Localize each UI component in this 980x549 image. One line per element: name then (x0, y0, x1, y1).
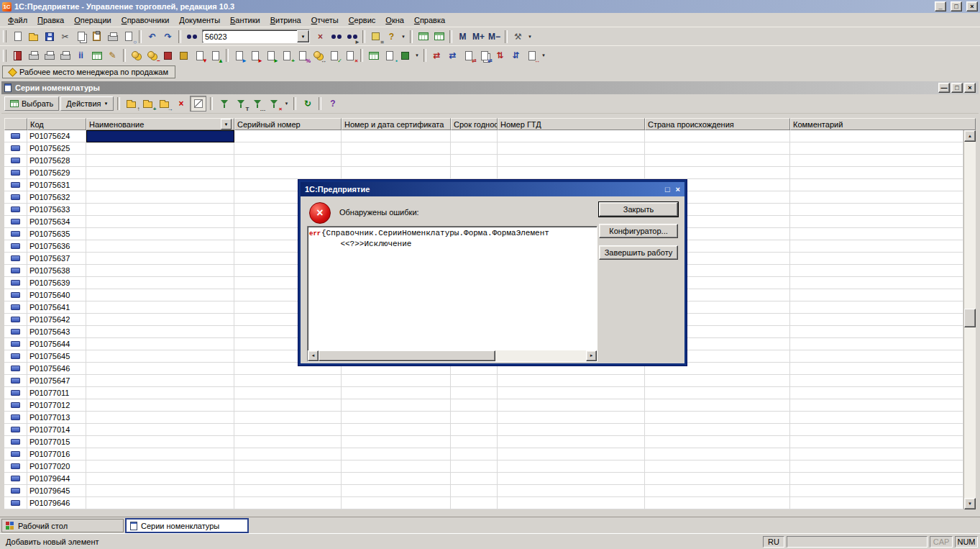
table-cell[interactable] (451, 399, 498, 412)
row-marker-cell[interactable] (4, 350, 27, 363)
table-cell[interactable] (86, 473, 234, 485)
memory-add-button[interactable]: M+ (471, 30, 486, 44)
table-cell[interactable] (86, 167, 234, 179)
dropdown-arrow-icon[interactable]: ▼ (540, 48, 547, 63)
table-cell[interactable] (451, 460, 498, 473)
table-cell[interactable] (790, 240, 963, 253)
column-header-5[interactable]: Номер ГТД (498, 118, 645, 130)
table-cell[interactable] (234, 448, 342, 460)
menu-item-8[interactable]: Сервис (344, 14, 381, 26)
child-close-button[interactable]: × (964, 83, 976, 93)
table-cell[interactable] (451, 424, 498, 436)
table-cell[interactable] (234, 497, 342, 509)
paste-icon[interactable] (89, 30, 104, 44)
print-form-2-icon[interactable] (42, 48, 57, 63)
table-cell[interactable] (790, 460, 963, 473)
exchange-send-icon[interactable]: ⇄ (429, 48, 444, 63)
dialog-close-icon[interactable]: × (676, 186, 680, 194)
table-cell[interactable] (645, 142, 790, 155)
table-cell[interactable] (790, 191, 963, 204)
table-cell[interactable] (86, 375, 234, 387)
table-cell[interactable] (790, 363, 963, 375)
table-row[interactable]: P01077011 (4, 387, 963, 399)
doc-exchange-icon[interactable]: ↔ (524, 48, 539, 63)
row-marker-cell[interactable] (4, 253, 27, 265)
dialog-titlebar[interactable]: 1С:Предприятие □ × (301, 182, 684, 196)
table-cell[interactable] (790, 399, 963, 412)
doc-check-icon[interactable]: ✓ (326, 48, 342, 63)
row-marker-cell[interactable] (4, 142, 27, 155)
doc-up-green-icon[interactable]: ▲ (208, 48, 223, 63)
window-titlebar[interactable]: 1С 1С:Предприятие - Управление торговлей… (0, 0, 980, 13)
table-document-icon[interactable] (416, 30, 431, 44)
exchange-log-icon[interactable]: ⇄ (477, 48, 492, 63)
table-cell[interactable] (86, 191, 234, 204)
table-cell[interactable] (790, 326, 963, 338)
undo-icon[interactable]: ↶ (145, 30, 160, 44)
table-cell[interactable] (790, 314, 963, 326)
move-to-group-icon[interactable]: → (157, 96, 172, 111)
table-cell[interactable] (342, 375, 451, 387)
column-header-6[interactable]: Страна происхождения (645, 118, 790, 130)
table-row[interactable]: P01077016 (4, 448, 963, 460)
table-cell[interactable] (645, 473, 790, 485)
menu-item-3[interactable]: Справочники (116, 14, 175, 26)
table-cell[interactable]: P01075643 (27, 326, 86, 338)
row-marker-cell[interactable] (4, 167, 27, 179)
table-cell[interactable] (451, 497, 498, 509)
table-row[interactable]: P01077012 (4, 399, 963, 412)
column-header-2[interactable]: Серийный номер (234, 118, 342, 130)
table-cell[interactable] (790, 204, 963, 216)
refresh-icon[interactable]: ↻ (300, 96, 315, 111)
table-cell[interactable] (342, 485, 451, 497)
row-marker-cell[interactable] (4, 497, 27, 509)
column-header-1[interactable]: Наименование▼ (86, 118, 234, 130)
row-marker-cell[interactable] (4, 424, 27, 436)
table-cell[interactable] (498, 497, 645, 509)
row-marker-cell[interactable] (4, 155, 27, 167)
dropdown-arrow-icon[interactable]: ▼ (400, 30, 407, 44)
menu-item-6[interactable]: Витрина (265, 14, 306, 26)
table-cell[interactable] (234, 485, 342, 497)
table-cell[interactable] (342, 473, 451, 485)
row-marker-cell[interactable] (4, 289, 27, 301)
table-cell[interactable] (498, 460, 645, 473)
row-marker-cell[interactable] (4, 179, 27, 191)
menu-item-1[interactable]: Правка (32, 14, 69, 26)
coins-minus-icon[interactable]: − (145, 48, 160, 63)
table-cell[interactable] (645, 497, 790, 509)
table-cell[interactable] (234, 167, 342, 179)
table-cell[interactable] (234, 460, 342, 473)
table-cell[interactable] (498, 485, 645, 497)
table-cell[interactable] (790, 338, 963, 350)
table-cell[interactable] (645, 485, 790, 497)
coins-icon[interactable] (129, 48, 144, 63)
edit-pencil-icon[interactable]: ✎ (105, 48, 120, 63)
table-cell[interactable] (498, 399, 645, 412)
menu-item-7[interactable]: Отчеты (306, 14, 344, 26)
table-cell[interactable] (342, 448, 451, 460)
memory-subtract-button[interactable]: M− (487, 30, 502, 44)
table-cell[interactable] (790, 375, 963, 387)
open-icon[interactable] (26, 30, 41, 44)
table-cell[interactable] (790, 277, 963, 289)
child-restore-button[interactable]: □ (951, 83, 963, 93)
scroll-down-icon[interactable]: ▼ (964, 498, 976, 509)
scrollbar-thumb[interactable] (964, 309, 976, 327)
purse-red-icon[interactable] (160, 48, 175, 63)
print-preview-icon[interactable]: ○ (121, 30, 136, 44)
table-cell[interactable]: P01075635 (27, 228, 86, 240)
table-cell[interactable]: P01077012 (27, 399, 86, 412)
table-cell[interactable]: P01075636 (27, 240, 86, 253)
table-cell[interactable] (790, 155, 963, 167)
table-cell[interactable] (645, 448, 790, 460)
table-cell[interactable] (790, 412, 963, 424)
table-cell[interactable]: P01075642 (27, 314, 86, 326)
row-marker-cell[interactable] (4, 240, 27, 253)
table-cell[interactable] (86, 387, 234, 399)
row-marker-cell[interactable] (4, 399, 27, 412)
counterparties-icon[interactable]: ii (73, 48, 88, 63)
table-cell[interactable] (86, 289, 234, 301)
table-cell[interactable] (451, 473, 498, 485)
table-cell[interactable]: P01079645 (27, 485, 86, 497)
